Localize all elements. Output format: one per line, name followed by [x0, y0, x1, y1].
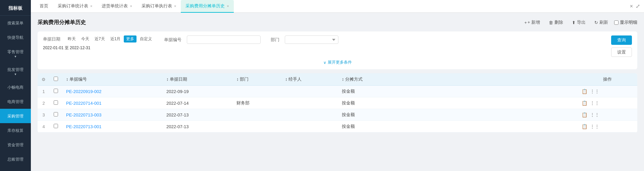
- cell-dept: [232, 121, 281, 133]
- tab-goods-in-stats[interactable]: 进货单统计表 ×: [97, 0, 137, 13]
- col-settings[interactable]: ⚙: [38, 73, 50, 86]
- date-btn-1month[interactable]: 近1月: [108, 35, 123, 42]
- cell-checkbox[interactable]: [50, 109, 62, 121]
- cell-ops: 📋 ⋮⋮: [578, 121, 637, 133]
- date-btn-custom[interactable]: 自定义: [138, 35, 154, 42]
- tab-close-purchase-order-stats[interactable]: ×: [90, 4, 92, 8]
- sidebar-item-purchase[interactable]: 采购管理: [0, 109, 31, 123]
- cell-ops: 📋 ⋮⋮: [578, 97, 637, 109]
- cell-split-method: 按金额: [338, 109, 578, 121]
- cell-ops: 📋 ⋮⋮: [578, 109, 637, 121]
- sidebar-item-search[interactable]: 搜索菜单: [0, 16, 31, 30]
- filter-docno-row: 单据编号: [164, 35, 261, 44]
- cell-split-method: 按金额: [338, 97, 578, 109]
- tab-purchase-cost-history[interactable]: 采购费用分摊单历史 ×: [181, 0, 233, 13]
- row-checkbox[interactable]: [54, 89, 58, 93]
- expand-conditions-button[interactable]: ∨ 展开更多条件: [43, 60, 632, 65]
- tab-close-purchase-cost-history[interactable]: ×: [227, 4, 229, 8]
- view-icon[interactable]: 📋: [582, 100, 587, 106]
- page-header: 采购费用分摊单历史 + + 新增 🗑 删除 ⬆ 导出 ↻ 刷新: [38, 18, 637, 27]
- cell-split-method: 按金额: [338, 121, 578, 133]
- cell-dept: [232, 109, 281, 121]
- tab-close-goods-in-stats[interactable]: ×: [130, 4, 132, 8]
- docno-label: 单据编号: [164, 37, 181, 43]
- sidebar-item-invoice[interactable]: 发票管理: [0, 166, 31, 171]
- cell-checkbox[interactable]: [50, 121, 62, 133]
- sidebar-item-ledger[interactable]: 总账管理: [0, 152, 31, 166]
- more-icon[interactable]: ⋮⋮: [590, 100, 599, 106]
- filter-dept-row: 部门 财务部: [271, 35, 338, 44]
- cell-handler: [281, 97, 338, 109]
- sidebar-item-inventory[interactable]: 库存核算: [0, 123, 31, 138]
- filter-date-row: 单据日期 昨天 今天 近7天 近1月 更多 自定义: [43, 35, 154, 42]
- refresh-button[interactable]: ↻ 刷新: [592, 18, 611, 27]
- cell-checkbox[interactable]: [50, 97, 62, 109]
- sidebar-item-wholesale[interactable]: 批发管理 ▼: [0, 62, 31, 80]
- docno-input[interactable]: [187, 35, 261, 44]
- tabs-bar: 首页 采购订单统计表 × 进货单统计表 × 采购订单执行表 × 采购费用分摊单历…: [31, 0, 644, 13]
- row-checkbox[interactable]: [54, 112, 58, 116]
- more-icon[interactable]: ⋮⋮: [590, 89, 599, 94]
- cell-doc-no: PE-20220919-002: [62, 86, 162, 97]
- filter-docno-col: 单据编号: [164, 35, 261, 44]
- col-ops: 操作: [578, 73, 637, 86]
- date-btn-7days[interactable]: 近7天: [93, 35, 107, 42]
- more-icon[interactable]: ⋮⋮: [590, 112, 599, 117]
- doc-no-link[interactable]: PE-20220919-002: [66, 89, 102, 94]
- date-label: 单据日期: [43, 36, 60, 42]
- settings-button[interactable]: 设置: [611, 48, 632, 57]
- cell-checkbox[interactable]: [50, 86, 62, 97]
- tab-purchase-order-stats[interactable]: 采购订单统计表 ×: [53, 0, 97, 13]
- row-checkbox[interactable]: [54, 100, 58, 105]
- view-icon[interactable]: 📋: [582, 112, 587, 117]
- sidebar-item-ecom-small[interactable]: 小畅电商: [0, 80, 31, 94]
- wholesale-arrow-icon: ▼: [2, 73, 29, 76]
- tab-minimize-icon[interactable]: ×: [630, 3, 633, 9]
- date-range-display: 2022-01-01 至 2022-12-31: [43, 45, 154, 51]
- col-handler: ↕ 经手人: [281, 73, 338, 86]
- view-icon[interactable]: 📋: [582, 89, 587, 94]
- doc-no-link[interactable]: PE-20220714-001: [66, 101, 102, 106]
- cell-dept: 财务部: [232, 97, 281, 109]
- sidebar-item-retail[interactable]: 零售管理 ▼: [0, 45, 31, 62]
- filter-date-col: 单据日期 昨天 今天 近7天 近1月 更多 自定义 2022-01-01 至 2…: [43, 35, 154, 51]
- cell-num: 4: [38, 121, 50, 133]
- col-doc-date: ↕ 单据日期: [162, 73, 232, 86]
- query-button[interactable]: 查询: [611, 35, 632, 45]
- tab-maximize-icon[interactable]: ⤢: [636, 3, 640, 9]
- date-btn-more[interactable]: 更多: [124, 35, 137, 42]
- col-split-method: ↕ 分摊方式: [338, 73, 578, 86]
- date-btn-yesterday[interactable]: 昨天: [66, 35, 78, 42]
- cell-handler: [281, 86, 338, 97]
- col-dept: ↕ 部门: [232, 73, 281, 86]
- date-btn-today[interactable]: 今天: [79, 35, 91, 42]
- cell-doc-date: 2022-09-19: [162, 86, 232, 97]
- sidebar-item-finance[interactable]: 资金管理: [0, 138, 31, 152]
- doc-no-link[interactable]: PE-20220713-003: [66, 112, 102, 117]
- more-icon[interactable]: ⋮⋮: [590, 124, 599, 129]
- sidebar-item-ecom[interactable]: 电商管理: [0, 94, 31, 109]
- date-quick-group: 昨天 今天 近7天 近1月 更多 自定义: [66, 35, 154, 42]
- add-button[interactable]: + + 新增: [522, 18, 543, 27]
- table-body: 1 PE-20220919-002 2022-09-19 按金额 📋 ⋮⋮ 2 …: [38, 86, 637, 133]
- show-cols-toggle[interactable]: 显示明细: [614, 19, 637, 25]
- cell-doc-no: PE-20220713-003: [62, 109, 162, 121]
- show-cols-checkbox[interactable]: [614, 20, 619, 25]
- cell-ops: 📋 ⋮⋮: [578, 86, 637, 97]
- delete-button[interactable]: 🗑 删除: [546, 18, 566, 27]
- sidebar-item-nav[interactable]: 快捷导航: [0, 30, 31, 45]
- tabs-actions: × ⤢: [630, 3, 640, 9]
- filter-btns-col: 查询 设置: [611, 35, 632, 57]
- export-button[interactable]: ⬆ 导出: [569, 18, 588, 27]
- view-icon[interactable]: 📋: [582, 124, 587, 129]
- tab-close-purchase-exec[interactable]: ×: [174, 4, 176, 8]
- cell-handler: [281, 121, 338, 133]
- tab-home[interactable]: 首页: [35, 0, 53, 13]
- select-all-checkbox[interactable]: [54, 77, 58, 81]
- dept-select[interactable]: 财务部: [285, 35, 338, 44]
- plus-icon: +: [524, 20, 527, 25]
- tab-purchase-exec[interactable]: 采购订单执行表 ×: [137, 0, 181, 13]
- filter-area: 单据日期 昨天 今天 近7天 近1月 更多 自定义 2022-01-01 至 2…: [38, 31, 637, 69]
- row-checkbox[interactable]: [54, 124, 58, 128]
- doc-no-link[interactable]: PE-20220713-001: [66, 124, 102, 129]
